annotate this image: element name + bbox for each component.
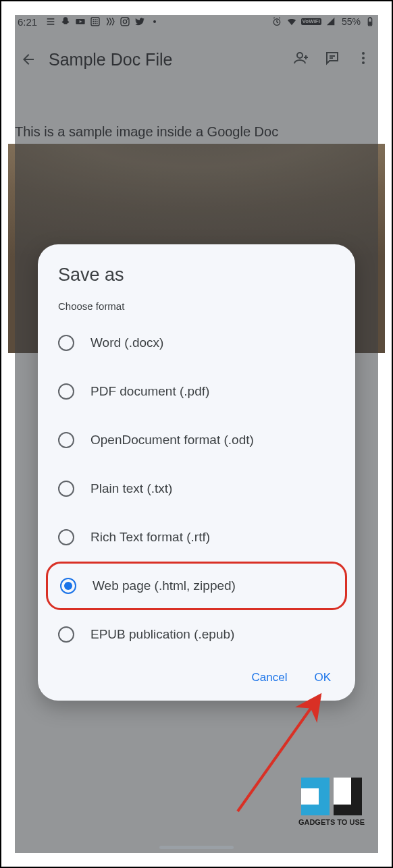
ok-button[interactable]: OK [314,671,331,684]
cancel-button[interactable]: Cancel [252,671,288,684]
format-option-label: Word (.docx) [90,335,163,350]
format-option-label: Rich Text format (.rtf) [90,530,210,545]
dialog-title: Save as [38,265,355,300]
radio-icon [58,481,74,497]
radio-icon [58,626,74,643]
format-option-label: Plain text (.txt) [90,481,172,496]
format-option[interactable]: Word (.docx) [46,319,347,367]
modal-overlay[interactable]: Save as Choose format Word (.docx)PDF do… [15,15,378,853]
dialog-subtitle: Choose format [38,300,355,319]
radio-icon [60,578,76,594]
format-option-label: OpenDocument format (.odt) [90,433,254,447]
format-option-label: EPUB publication (.epub) [90,627,234,642]
radio-icon [58,432,74,448]
format-option-label: PDF document (.pdf) [90,384,209,399]
format-option[interactable]: Plain text (.txt) [46,464,347,513]
format-option[interactable]: PDF document (.pdf) [46,367,347,416]
radio-icon [58,335,74,351]
format-option-list: Word (.docx)PDF document (.pdf)OpenDocum… [38,319,355,659]
radio-icon [58,529,74,545]
format-option-label: Web page (.html, zipped) [93,578,236,593]
nav-pill-handle[interactable] [159,846,234,849]
format-option[interactable]: OpenDocument format (.odt) [46,416,347,464]
format-option[interactable]: Rich Text format (.rtf) [46,513,347,562]
phone-screen: 6:21 VoWiFi x 55% Sample Doc File [8,8,385,860]
save-as-dialog: Save as Choose format Word (.docx)PDF do… [38,244,355,701]
format-option[interactable]: Web page (.html, zipped) [46,562,347,610]
radio-icon [58,383,74,400]
format-option[interactable]: EPUB publication (.epub) [46,610,347,659]
